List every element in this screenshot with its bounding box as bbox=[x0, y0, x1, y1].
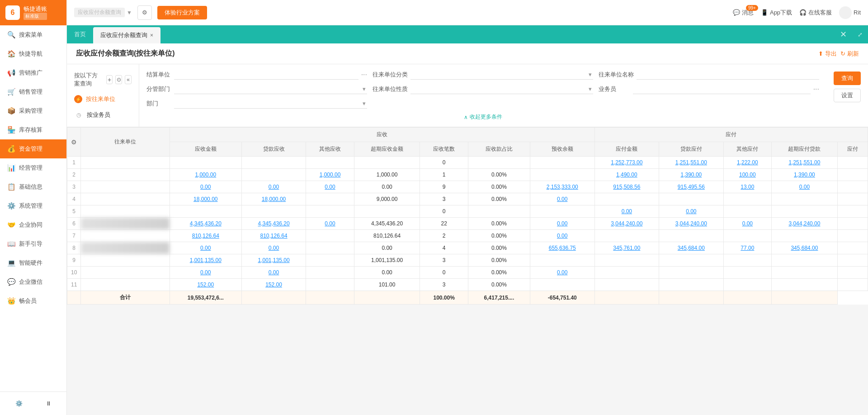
export-btn[interactable]: ⬆ 导出 bbox=[818, 50, 837, 58]
row-ar-loan[interactable] bbox=[241, 157, 306, 169]
row-ar-loan[interactable]: 18,000.00 bbox=[241, 193, 306, 205]
sidebar-item-member[interactable]: 👑 畅会员 bbox=[0, 291, 66, 310]
sidebar-item-finance[interactable]: 💰 资金管理 bbox=[0, 139, 66, 158]
row-ap-overdue[interactable] bbox=[772, 230, 838, 242]
row-ap-amount[interactable] bbox=[594, 230, 659, 242]
row-ap-other[interactable]: 1,222.00 bbox=[723, 157, 771, 169]
row-ap-overdue[interactable] bbox=[772, 267, 838, 279]
row-ap-overdue[interactable] bbox=[772, 205, 838, 218]
refresh-btn[interactable]: ↻ 刷新 bbox=[840, 50, 859, 58]
row-ap-loan[interactable]: 3,044,240.00 bbox=[659, 218, 724, 230]
row-ar-other[interactable]: 0.00 bbox=[306, 181, 354, 193]
row-ap-other[interactable]: 13.00 bbox=[723, 181, 771, 193]
row-ar-advance[interactable]: 0.00 bbox=[530, 230, 594, 242]
th-settings[interactable]: ⚙ bbox=[67, 128, 81, 157]
row-ap-overdue[interactable]: 3,044,240.00 bbox=[772, 218, 838, 230]
row-ar-advance[interactable]: 655,636.75 bbox=[530, 242, 594, 254]
row-ar-advance[interactable] bbox=[530, 157, 594, 169]
tabbar-close-btn[interactable]: ✕ bbox=[835, 29, 852, 39]
row-ap-loan[interactable] bbox=[659, 193, 724, 205]
tab-close-icon[interactable]: × bbox=[150, 32, 153, 38]
row-ar-advance[interactable] bbox=[530, 205, 594, 218]
row-ap-amount[interactable] bbox=[594, 279, 659, 291]
topbar-settings-icon[interactable]: ⚙ bbox=[137, 5, 152, 20]
row-ar-amount[interactable] bbox=[170, 205, 241, 218]
sidebar-item-sales[interactable]: 🛒 销售管理 bbox=[0, 82, 66, 101]
topbar-customer-service[interactable]: 🎧 在线客服 bbox=[799, 9, 832, 17]
row-ap-loan[interactable]: 1,251,551.00 bbox=[659, 157, 724, 169]
sidebar-item-guide[interactable]: 📖 新手引导 bbox=[0, 234, 66, 253]
panel-item-by-employee[interactable]: ◷ 按业务员 bbox=[67, 107, 139, 123]
row-ap-overdue[interactable]: 1,390.00 bbox=[772, 169, 838, 181]
row-ap-other[interactable]: 77.00 bbox=[723, 242, 771, 254]
row-ap-other[interactable] bbox=[723, 193, 771, 205]
row-ar-amount[interactable]: 4,345,436.20 bbox=[170, 218, 241, 230]
tab-ar-ap-query[interactable]: 应收应付余额查询 × bbox=[93, 27, 160, 43]
row-ap-loan[interactable] bbox=[659, 279, 724, 291]
row-ap-amount[interactable] bbox=[594, 267, 659, 279]
row-ar-loan[interactable]: 0.00 bbox=[241, 242, 306, 254]
row-ar-amount[interactable] bbox=[170, 157, 241, 169]
dept-select[interactable]: ▾ bbox=[174, 84, 367, 94]
unit-type-select[interactable]: ▾ bbox=[410, 84, 593, 94]
row-ar-advance[interactable]: 0.00 bbox=[530, 193, 594, 205]
row-ap-amount[interactable] bbox=[594, 254, 659, 267]
row-ar-amount[interactable]: 1,001,135.00 bbox=[170, 254, 241, 267]
row-ap-other[interactable] bbox=[723, 205, 771, 218]
row-ap-overdue[interactable]: 1,251,551.00 bbox=[772, 157, 838, 169]
row-ar-other[interactable] bbox=[306, 205, 354, 218]
tabbar-expand-btn[interactable]: ⤢ bbox=[852, 31, 868, 38]
sidebar-item-quick-nav[interactable]: 🏠 快捷导航 bbox=[0, 44, 66, 63]
row-ap-overdue[interactable] bbox=[772, 254, 838, 267]
sidebar-item-hardware[interactable]: 💻 智能硬件 bbox=[0, 253, 66, 272]
settlement-input[interactable] bbox=[174, 70, 359, 80]
row-ar-other[interactable] bbox=[306, 279, 354, 291]
row-ap-other[interactable] bbox=[723, 254, 771, 267]
sidebar-item-purchase[interactable]: 📦 采购管理 bbox=[0, 101, 66, 120]
table-wrapper[interactable]: ⚙ 往来单位 应收 应付 应收金额 贷款应收 其他应收 超期应收金额 应收笔数 bbox=[67, 127, 868, 305]
row-ar-other[interactable]: 0.00 bbox=[306, 218, 354, 230]
row-ap-other[interactable] bbox=[723, 230, 771, 242]
row-ar-advance[interactable]: 2,153,333.00 bbox=[530, 181, 594, 193]
row-ar-amount[interactable]: 18,000.00 bbox=[170, 193, 241, 205]
department-select[interactable]: ▾ bbox=[174, 99, 367, 109]
row-ar-amount[interactable]: 810,126.64 bbox=[170, 230, 241, 242]
row-ar-loan[interactable]: 1,001,135.00 bbox=[241, 254, 306, 267]
topbar-promo-btn[interactable]: 体验行业方案 bbox=[157, 6, 207, 19]
settings-btn[interactable]: 设置 bbox=[834, 89, 861, 102]
row-ap-amount[interactable]: 1,490.00 bbox=[594, 169, 659, 181]
row-ar-amount[interactable]: 0.00 bbox=[170, 242, 241, 254]
row-ar-loan[interactable] bbox=[241, 169, 306, 181]
sidebar-item-cooperation[interactable]: 🤝 企业协同 bbox=[0, 215, 66, 234]
row-ap-loan[interactable]: 1,390.00 bbox=[659, 169, 724, 181]
filter-collapse-left-btn[interactable]: « bbox=[125, 75, 132, 84]
row-ap-other[interactable] bbox=[723, 267, 771, 279]
row-ap-loan[interactable]: 0.00 bbox=[659, 205, 724, 218]
row-ap-loan[interactable] bbox=[659, 230, 724, 242]
row-ar-advance[interactable]: 0.00 bbox=[530, 267, 594, 279]
row-ap-amount[interactable]: 915,508.56 bbox=[594, 181, 659, 193]
topbar-app-download[interactable]: 📱 App下载 bbox=[761, 9, 792, 17]
sidebar-item-operation[interactable]: 📊 经营管理 bbox=[0, 158, 66, 177]
row-ar-loan[interactable]: 0.00 bbox=[241, 181, 306, 193]
row-ar-other[interactable] bbox=[306, 157, 354, 169]
settlement-dots[interactable]: ··· bbox=[361, 71, 367, 79]
row-ar-amount[interactable]: 1,000.00 bbox=[170, 169, 241, 181]
sidebar-item-basic[interactable]: 📋 基础信息 bbox=[0, 177, 66, 196]
tab-home[interactable]: 首页 bbox=[67, 25, 93, 43]
category-select[interactable]: ▾ bbox=[410, 70, 593, 80]
sidebar-collapse-btn[interactable]: ⏸ bbox=[43, 397, 54, 410]
row-ar-amount[interactable]: 0.00 bbox=[170, 267, 241, 279]
row-ap-overdue[interactable] bbox=[772, 193, 838, 205]
salesman-dots[interactable]: ··· bbox=[813, 85, 819, 93]
sidebar-item-marketing[interactable]: 📢 营销推广 bbox=[0, 63, 66, 82]
collapse-more-btn[interactable]: ∧ 收起更多条件 bbox=[464, 113, 502, 121]
row-ap-loan[interactable] bbox=[659, 267, 724, 279]
row-ar-advance[interactable] bbox=[530, 254, 594, 267]
topbar-messages[interactable]: 💬 消息 99+ bbox=[733, 9, 754, 17]
sidebar-item-system[interactable]: ⚙️ 系统管理 bbox=[0, 196, 66, 215]
row-ar-other[interactable] bbox=[306, 193, 354, 205]
row-ap-amount[interactable]: 3,044,240.00 bbox=[594, 218, 659, 230]
row-ap-amount[interactable]: 0.00 bbox=[594, 205, 659, 218]
row-ap-overdue[interactable] bbox=[772, 279, 838, 291]
